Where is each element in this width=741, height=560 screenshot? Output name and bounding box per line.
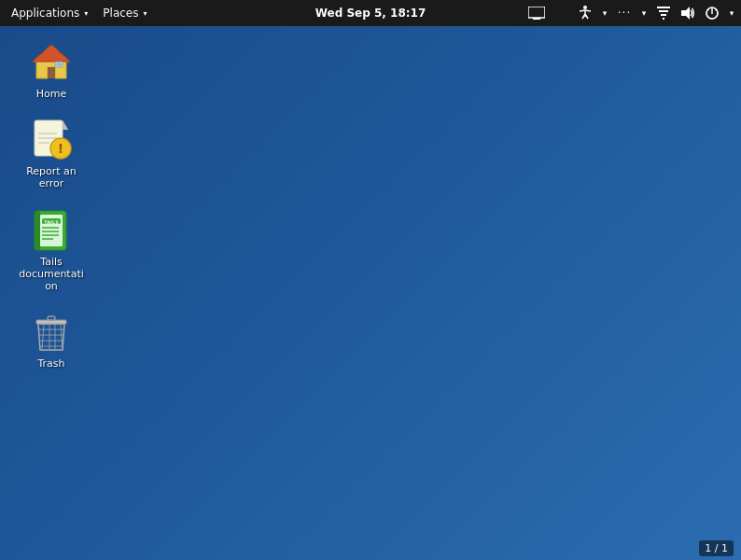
tails-icon-label: Tailsdocumentation <box>19 256 84 293</box>
desktop-icon-home[interactable]: Home <box>9 35 93 104</box>
applications-menu[interactable]: Applications ▾ <box>4 0 95 26</box>
svg-marker-18 <box>63 120 68 130</box>
desktop-icon-area: Home ! Report a <box>9 35 93 373</box>
extra-menu-icon[interactable]: ··· <box>614 3 635 23</box>
svg-rect-12 <box>48 67 55 78</box>
tails-icon-image: TAILS <box>29 207 74 252</box>
svg-rect-1 <box>533 18 540 20</box>
desktop-icon-trash[interactable]: Trash <box>9 305 93 373</box>
svg-marker-11 <box>33 45 70 62</box>
svg-rect-3 <box>657 7 670 8</box>
svg-line-36 <box>61 325 63 349</box>
taskbar-left: Applications ▾ Places ▾ <box>4 0 155 26</box>
desktop: Home ! Report a <box>0 26 741 560</box>
taskbar: Applications ▾ Places ▾ Wed Sep 5, 18:17 <box>0 0 741 26</box>
svg-rect-6 <box>663 18 664 20</box>
desktop-icon-tails-docs[interactable]: TAILS Tailsdocumentation <box>9 203 93 297</box>
workspace-indicator: 1 / 1 <box>699 540 734 556</box>
svg-rect-42 <box>48 316 55 320</box>
svg-text:TAILS: TAILS <box>44 219 59 225</box>
places-chevron: ▾ <box>143 9 147 18</box>
power-chevron[interactable]: ▾ <box>726 3 737 23</box>
home-icon-label: Home <box>36 88 66 100</box>
desktop-icon-report[interactable]: ! Report anerror <box>9 113 93 193</box>
screen-icon[interactable] <box>526 3 547 23</box>
report-icon-image: ! <box>29 117 74 161</box>
applications-chevron: ▾ <box>84 9 88 18</box>
trash-icon-image <box>29 309 74 354</box>
applications-label: Applications <box>11 7 79 20</box>
home-icon-image <box>29 39 74 84</box>
report-icon-label: Report anerror <box>26 165 77 189</box>
svg-rect-25 <box>35 211 40 250</box>
trash-icon-label: Trash <box>37 357 64 370</box>
places-label: Places <box>103 7 138 20</box>
svg-marker-7 <box>681 7 690 20</box>
taskbar-right: ▾ ··· ▾ <box>526 3 737 23</box>
svg-rect-5 <box>661 14 666 16</box>
volume-icon[interactable] <box>678 3 698 23</box>
svg-point-2 <box>583 6 587 9</box>
network-icon[interactable] <box>653 3 674 23</box>
workspace-label: 1 / 1 <box>705 542 728 554</box>
power-icon[interactable] <box>702 3 722 23</box>
extra-menu-chevron[interactable]: ▾ <box>638 3 650 23</box>
power-profile-icon[interactable] <box>551 3 571 23</box>
svg-rect-4 <box>659 10 668 12</box>
accessibility-icon[interactable] <box>575 3 595 23</box>
svg-line-33 <box>42 325 44 349</box>
svg-rect-0 <box>528 7 545 18</box>
svg-text:!: ! <box>58 141 63 156</box>
accessibility-chevron[interactable]: ▾ <box>599 3 610 23</box>
datetime-display: Wed Sep 5, 18:17 <box>315 7 426 20</box>
places-menu[interactable]: Places ▾ <box>95 0 154 26</box>
